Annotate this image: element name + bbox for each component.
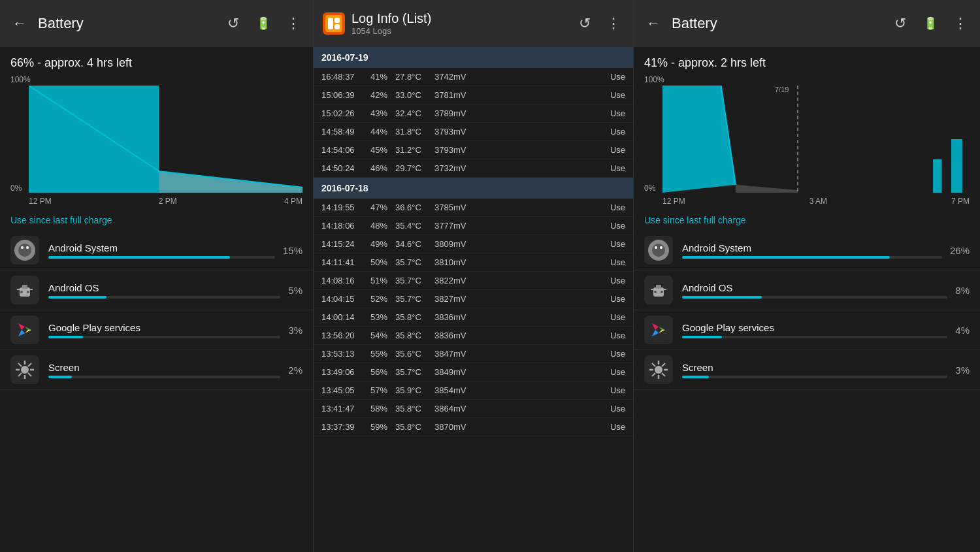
svg-rect-27 — [325, 15, 342, 32]
center-main-title: Log Info (List) — [351, 11, 568, 26]
right-x-label-2: 3 AM — [809, 197, 827, 206]
right-android-system-percent: 26% — [950, 245, 970, 256]
log-voltage: 3793mV — [434, 145, 474, 155]
log-row[interactable]: 14:19:55 47% 36.6°C 3785mV Use — [314, 199, 633, 217]
log-voltage: 3836mV — [434, 331, 474, 340]
log-time: 14:54:06 — [321, 145, 370, 155]
log-status: Use — [610, 294, 625, 304]
log-status: Use — [610, 221, 625, 231]
svg-point-9 — [27, 291, 29, 293]
log-time: 16:48:37 — [321, 72, 370, 82]
log-temp: 35.8°C — [395, 404, 434, 414]
log-percent: 49% — [370, 239, 395, 249]
log-row[interactable]: 14:11:41 50% 35.7°C 3810mV Use — [314, 253, 633, 272]
android-os-bar — [48, 296, 106, 299]
log-row[interactable]: 14:50:24 46% 29.7°C 3732mV Use — [314, 159, 633, 178]
list-item[interactable]: Screen 2% — [0, 350, 313, 390]
log-voltage: 3870mV — [434, 422, 474, 432]
svg-marker-49 — [659, 330, 665, 333]
log-row[interactable]: 14:54:06 45% 31.2°C 3793mV Use — [314, 141, 633, 159]
log-row[interactable]: 15:06:39 42% 33.0°C 3781mV Use — [314, 86, 633, 105]
center-more-button[interactable]: ⋮ — [602, 15, 625, 32]
log-row[interactable]: 16:48:37 41% 27.8°C 3742mV Use — [314, 68, 633, 86]
log-time: 14:58:49 — [321, 127, 370, 137]
log-row[interactable]: 13:41:47 58% 35.8°C 3864mV Use — [314, 400, 633, 418]
left-chart-svg — [29, 86, 302, 193]
log-time: 15:06:39 — [321, 90, 370, 100]
battery-icon: 🔋 — [252, 16, 275, 31]
log-time: 13:53:13 — [321, 349, 370, 359]
log-status: Use — [610, 239, 625, 249]
log-percent: 51% — [370, 276, 395, 285]
list-item[interactable]: Android System 15% — [0, 231, 313, 270]
log-percent: 56% — [370, 367, 395, 377]
right-back-button[interactable]: ← — [642, 15, 665, 32]
log-percent: 47% — [370, 203, 395, 212]
right-android-system-bar-container — [682, 256, 942, 259]
center-refresh-button[interactable]: ↺ — [573, 15, 596, 32]
left-chart-max: 100% — [10, 75, 31, 84]
log-row[interactable]: 13:49:06 56% 35.7°C 3849mV Use — [314, 363, 633, 382]
right-refresh-button[interactable]: ↺ — [889, 15, 912, 32]
svg-marker-33 — [933, 159, 941, 193]
left-chart: 100% 0% 12 PM 2 PM 4 PM — [10, 75, 302, 206]
log-status: Use — [610, 108, 625, 118]
log-time: 13:56:20 — [321, 331, 370, 340]
right-android-system-bar — [682, 256, 890, 259]
left-toolbar: ← Battery ↺ 🔋 ⋮ — [0, 0, 313, 47]
log-row[interactable]: 13:45:05 57% 35.9°C 3854mV Use — [314, 382, 633, 400]
log-row[interactable]: 14:58:49 44% 31.8°C 3793mV Use — [314, 123, 633, 141]
log-temp: 35.7°C — [395, 257, 434, 267]
svg-point-3 — [18, 244, 31, 257]
log-row[interactable]: 14:00:14 53% 35.8°C 3836mV Use — [314, 308, 633, 327]
google-play-bar — [48, 336, 83, 338]
list-item[interactable]: Google Play services 3% — [0, 310, 313, 350]
log-row[interactable]: 15:02:26 43% 32.4°C 3789mV Use — [314, 105, 633, 123]
log-row[interactable]: 14:04:15 52% 35.7°C 3827mV Use — [314, 290, 633, 308]
list-item[interactable]: Android OS 5% — [0, 270, 313, 310]
back-button[interactable]: ← — [8, 15, 31, 32]
more-button[interactable]: ⋮ — [282, 15, 305, 32]
svg-line-22 — [18, 363, 22, 366]
svg-rect-29 — [335, 18, 340, 23]
left-title: Battery — [38, 15, 215, 32]
log-status: Use — [610, 72, 625, 82]
log-percent: 43% — [370, 108, 395, 118]
log-percent: 58% — [370, 404, 395, 414]
svg-point-8 — [20, 291, 23, 293]
left-section-title: Use since last full charge — [0, 206, 313, 231]
log-row[interactable]: 14:18:06 48% 35.4°C 3777mV Use — [314, 217, 633, 235]
log-status: Use — [610, 331, 625, 340]
log-voltage: 3793mV — [434, 127, 474, 137]
svg-line-56 — [662, 373, 665, 376]
refresh-button[interactable]: ↺ — [221, 15, 245, 32]
log-temp: 35.7°C — [395, 367, 434, 377]
right-android-os-bar — [682, 296, 762, 299]
log-row[interactable]: 14:08:16 51% 35.7°C 3822mV Use — [314, 272, 633, 290]
svg-point-4 — [21, 246, 24, 249]
svg-line-58 — [652, 373, 655, 376]
android-os-name: Android OS — [48, 282, 280, 293]
list-item[interactable]: Google Play services 4% — [634, 310, 980, 350]
log-row[interactable]: 13:37:39 59% 35.8°C 3870mV Use — [314, 418, 633, 436]
log-row[interactable]: 13:53:13 55% 35.6°C 3847mV Use — [314, 345, 633, 363]
android-os-bar-container — [48, 296, 280, 299]
list-item[interactable]: Android OS 8% — [634, 270, 980, 310]
log-row[interactable]: 13:56:20 54% 35.8°C 3836mV Use — [314, 327, 633, 345]
list-item[interactable]: Screen 3% — [634, 350, 980, 390]
right-android-os-info: Android OS — [682, 282, 947, 299]
list-item[interactable]: Android System 26% — [634, 231, 980, 270]
svg-point-17 — [21, 366, 29, 374]
right-title: Battery — [672, 15, 882, 32]
log-row[interactable]: 14:15:24 49% 34.6°C 3809mV Use — [314, 235, 633, 253]
svg-marker-14 — [25, 327, 31, 330]
svg-point-37 — [652, 244, 665, 257]
right-google-play-icon — [644, 316, 673, 344]
google-play-percent: 3% — [288, 325, 302, 336]
svg-point-38 — [655, 246, 657, 249]
right-screen-icon — [644, 355, 673, 384]
svg-point-42 — [654, 291, 657, 293]
right-more-button[interactable]: ⋮ — [949, 15, 972, 32]
log-status: Use — [610, 276, 625, 285]
svg-rect-28 — [328, 18, 333, 29]
